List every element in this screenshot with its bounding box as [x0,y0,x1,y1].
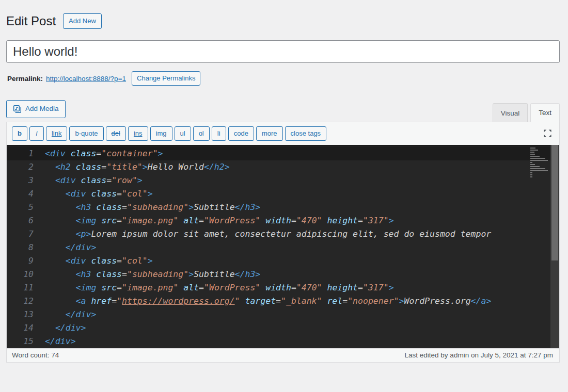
minimap-line [530,166,540,167]
line-number: 13 [7,308,34,321]
permalink-label: Permalink: [7,75,43,83]
quicktag-ul-button[interactable]: ul [175,126,191,141]
code-content: <h3 class="subheading">Subtitle</h3> [34,268,260,281]
code-line: 15</div> [7,335,559,348]
word-count: Word count: 74 [12,351,59,359]
quicktag-more-button[interactable]: more [256,126,283,141]
quicktag-img-button[interactable]: img [150,126,172,141]
code-content: <img src="image.png" alt="WordPress" wid… [34,214,394,227]
line-number: 8 [7,241,34,254]
tab-text[interactable]: Text [530,103,560,122]
code-line: 14 </div> [7,321,559,335]
line-number: 6 [7,214,34,227]
quicktag-ins-button[interactable]: ins [128,126,148,141]
line-number: 7 [7,227,34,241]
code-line: 13 </div> [7,308,559,321]
quicktag-close-tags-button[interactable]: close tags [285,126,327,141]
minimap-line [530,176,532,177]
editor-container: bilinkb-quotedelinsimgulollicodemoreclos… [6,122,560,363]
code-content: </div> [34,321,86,335]
line-number: 14 [7,321,34,335]
quicktags-toolbar: bilinkb-quotedelinsimgulollicodemoreclos… [7,122,559,145]
quicktag-b-quote-button[interactable]: b-quote [69,126,103,141]
code-content: <h3 class="subheading">Subtitle</h3> [34,201,260,214]
post-title-input[interactable] [6,40,560,63]
media-icon [13,105,22,113]
quicktag-ol-button[interactable]: ol [193,126,210,141]
quicktag-i-button[interactable]: i [29,126,44,141]
fullscreen-button[interactable] [541,127,554,140]
code-line: 3 <div class="row"> [7,174,559,187]
minimap-line [530,152,534,153]
code-content: <div class="col"> [34,187,153,201]
tab-visual[interactable]: Visual [493,103,528,122]
page-header: Edit Post Add New [6,13,560,29]
code-line: 10 <h3 class="subheading">Subtitle</h3> [7,268,559,281]
code-line: 8 </div> [7,241,559,254]
code-content: <h2 class="title">Hello World</h2> [34,160,230,174]
word-count-label: Word count: [12,351,50,359]
permalink-link[interactable]: http://localhost:8888/?p=1 [46,75,126,83]
quicktag-b-button[interactable]: b [12,126,27,141]
minimap-line [530,154,535,155]
last-edited: Last edited by admin on July 5, 2021 at … [405,351,553,359]
minimap-line [530,156,540,157]
scrollbar-thumb[interactable] [551,145,558,261]
quicktag-buttons: bilinkb-quotedelinsimgulollicodemoreclos… [12,126,326,141]
minimap-line [530,164,535,165]
line-number: 4 [7,187,34,201]
minimap [530,148,549,178]
code-line: 4 <div class="col"> [7,187,559,201]
line-number: 11 [7,281,34,295]
code-line: 7 <p>Lorem ipsum dolor sit amet, consect… [7,227,559,241]
code-content: <div class="col"> [34,254,153,268]
line-number: 3 [7,174,34,187]
code-content: <div class="container"> [34,147,163,160]
quicktag-li-button[interactable]: li [212,126,226,141]
edit-post-page: Edit Post Add New Permalink: http://loca… [0,0,568,363]
code-line: 2 <h2 class="title">Hello World</h2> [7,160,559,174]
code-content: </div> [34,335,76,348]
editor-scrollbar[interactable] [550,145,559,348]
quicktag-code-button[interactable]: code [228,126,254,141]
line-number: 5 [7,201,34,214]
line-number: 12 [7,295,34,308]
code-content: <div class="row"> [34,174,143,187]
status-bar: Word count: 74 Last edited by admin on J… [7,348,559,362]
minimap-line [530,168,545,169]
permalink-row: Permalink: http://localhost:8888/?p=1 Ch… [7,71,560,86]
line-number: 10 [7,268,34,281]
line-number: 9 [7,254,34,268]
add-new-button[interactable]: Add New [63,13,102,29]
minimap-line [530,148,535,149]
media-tabs-row: Add Media Visual Text [6,99,560,122]
minimap-line [530,172,532,173]
add-media-button[interactable]: Add Media [6,100,66,118]
line-number: 2 [7,160,34,174]
quicktag-del-button[interactable]: del [106,126,126,141]
fullscreen-icon [543,128,553,138]
code-content: <a href="https://wordpress.org/" target=… [34,295,491,308]
line-number: 1 [7,147,34,160]
code-line: 6 <img src="image.png" alt="WordPress" w… [7,214,559,227]
code-line: 12 <a href="https://wordpress.org/" targ… [7,295,559,308]
code-editor[interactable]: 1<div class="container">2 <h2 class="tit… [7,145,559,348]
minimap-line [530,162,532,163]
change-permalinks-button[interactable]: Change Permalinks [132,71,200,86]
minimap-line [530,160,548,161]
code-line: 1<div class="container"> [7,147,559,160]
editor-tabs: Visual Text [493,103,560,122]
minimap-line [530,158,545,159]
word-count-value: 74 [51,351,59,359]
code-line: 11 <img src="image.png" alt="WordPress" … [7,281,559,295]
minimap-line [530,170,548,171]
minimap-line [530,174,532,175]
minimap-line [530,150,538,151]
line-number: 15 [7,335,34,348]
add-media-label: Add Media [25,105,59,113]
code-lines: 1<div class="container">2 <h2 class="tit… [7,147,559,348]
page-title: Edit Post [6,13,56,29]
code-content: <img src="image.png" alt="WordPress" wid… [34,281,394,295]
quicktag-link-button[interactable]: link [46,126,68,141]
code-line: 5 <h3 class="subheading">Subtitle</h3> [7,201,559,214]
